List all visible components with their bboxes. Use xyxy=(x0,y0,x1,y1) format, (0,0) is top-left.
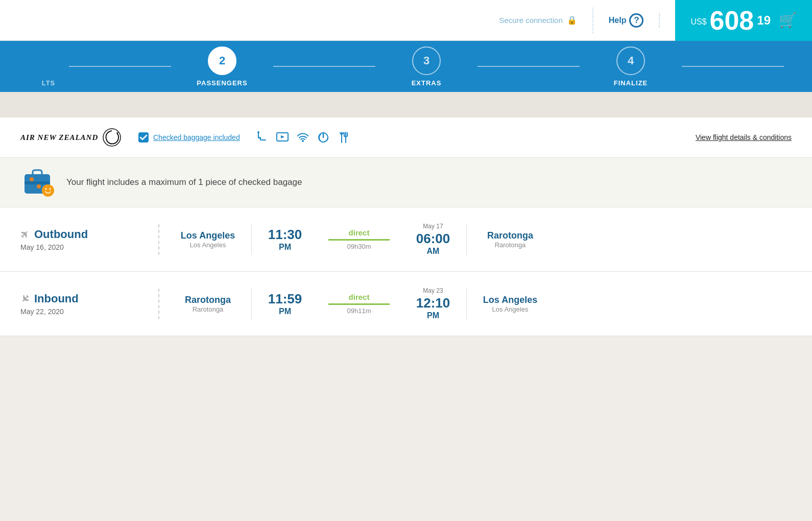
step-line-3 xyxy=(477,66,580,67)
inbound-arrive-time: 12:10 xyxy=(416,295,450,311)
step-3-label: EXTRAS xyxy=(412,79,442,87)
inbound-origin-city: Rarotonga xyxy=(175,295,241,305)
baggage-included[interactable]: Checked baggage included xyxy=(138,132,240,143)
baggage-banner: Your flight includes a maximum of 1 piec… xyxy=(0,158,812,207)
step-4-label: FINALIZE xyxy=(614,79,648,87)
outbound-direct-label: direct xyxy=(349,228,370,237)
step-line-2 xyxy=(273,66,375,67)
screen-icon xyxy=(276,131,289,144)
svg-point-16 xyxy=(42,184,54,197)
step-2-circle: 2 xyxy=(208,46,236,75)
outbound-origin: Los Angeles Los Angeles xyxy=(175,230,241,249)
svg-point-2 xyxy=(257,131,259,133)
sep-6 xyxy=(466,289,467,319)
outbound-arrive-time: 06:00 xyxy=(416,231,450,246)
top-bar: Secure connection 🔒 Help ? US$ 608 19 🛒 xyxy=(0,0,812,41)
anz-swirl-icon xyxy=(102,128,122,147)
outbound-arrive-ampm: AM xyxy=(410,247,456,256)
step-line-1 xyxy=(69,66,171,67)
price-cents: 19 xyxy=(757,13,771,28)
grey-spacer xyxy=(0,92,812,117)
view-details-link[interactable]: View flight details & conditions xyxy=(696,133,792,141)
outbound-duration: 09h30m xyxy=(347,243,371,250)
outbound-flight-row: ✈ Outbound May 16, 2020 Los Angeles Los … xyxy=(0,207,812,272)
inbound-destination: Los Angeles Los Angeles xyxy=(477,295,543,313)
inbound-label: Inbound xyxy=(34,292,79,305)
currency-label: US$ xyxy=(690,14,706,27)
sep-2 xyxy=(251,224,252,255)
amenities xyxy=(255,131,680,144)
outbound-middle: direct 09h30m xyxy=(318,228,400,250)
outbound-plane-icon: ✈ xyxy=(17,227,32,242)
step-2-label: PASSENGERS xyxy=(197,79,247,87)
step-3-circle: 3 xyxy=(412,46,441,75)
inbound-depart-ampm: PM xyxy=(262,307,308,316)
inbound-dest-sub: Los Angeles xyxy=(477,305,543,313)
inbound-origin-sub: Rarotonga xyxy=(175,305,241,313)
wifi-icon xyxy=(296,131,309,144)
inbound-origin: Rarotonga Rarotonga xyxy=(175,295,241,313)
inbound-duration: 09h11m xyxy=(347,307,371,315)
check-icon xyxy=(138,132,149,143)
sep-1 xyxy=(158,224,159,255)
inbound-direction: ✈ Inbound xyxy=(20,292,143,305)
step-2: 2 PASSENGERS xyxy=(171,46,273,87)
outbound-info: ✈ Outbound May 16, 2020 xyxy=(20,228,143,251)
airline-logo: AIR NEW ZEALAND xyxy=(20,128,123,147)
outbound-direction: ✈ Outbound xyxy=(20,228,143,241)
svg-point-18 xyxy=(50,188,51,190)
outbound-dest-sub: Rarotonga xyxy=(477,241,543,249)
sep-5 xyxy=(251,289,252,319)
outbound-depart-ampm: PM xyxy=(262,243,308,252)
svg-rect-13 xyxy=(25,181,50,184)
inbound-arrive-ampm: PM xyxy=(410,311,456,320)
outbound-dest-city: Rarotonga xyxy=(477,230,543,241)
outbound-arrive-date: May 17 xyxy=(410,223,456,230)
inbound-arrive: May 23 12:10 PM xyxy=(410,287,456,320)
baggage-icon-container xyxy=(20,167,56,198)
outbound-depart: 11:30 PM xyxy=(262,227,308,252)
inbound-middle: direct 09h11m xyxy=(318,293,400,315)
inbound-depart: 11:59 PM xyxy=(262,291,308,316)
inbound-date: May 22, 2020 xyxy=(20,307,143,316)
meal-icon xyxy=(337,131,350,144)
outbound-depart-time: 11:30 xyxy=(268,227,302,242)
help-icon: ? xyxy=(629,13,643,28)
sep-3 xyxy=(466,224,467,255)
inbound-direct-line xyxy=(328,303,390,305)
inbound-plane-icon: ✈ xyxy=(17,291,32,306)
svg-point-5 xyxy=(302,140,304,142)
inbound-flight-row: ✈ Inbound May 22, 2020 Rarotonga Raroton… xyxy=(0,272,812,336)
outbound-destination: Rarotonga Rarotonga xyxy=(477,230,543,249)
step-4: 4 FINALIZE xyxy=(580,46,682,87)
inbound-info: ✈ Inbound May 22, 2020 xyxy=(20,292,143,316)
cart-icon: 🛒 xyxy=(779,12,797,29)
step-line-4 xyxy=(682,66,784,67)
baggage-label: Checked baggage included xyxy=(153,133,240,141)
baggage-icon xyxy=(20,167,56,198)
outbound-direct-line xyxy=(328,239,390,241)
cart-section[interactable]: US$ 608 19 🛒 xyxy=(675,0,812,41)
sep-4 xyxy=(158,289,159,319)
seat-icon xyxy=(255,131,269,144)
inbound-direct-label: direct xyxy=(349,293,370,301)
inbound-dest-city: Los Angeles xyxy=(477,295,543,305)
lock-icon: 🔒 xyxy=(567,15,577,25)
step1-label: LTS xyxy=(42,79,56,87)
power-icon xyxy=(317,131,330,144)
outbound-date: May 16, 2020 xyxy=(20,243,143,251)
inbound-arrive-date: May 23 xyxy=(410,287,456,294)
secure-connection-label: Secure connection xyxy=(499,16,562,25)
outbound-origin-sub: Los Angeles xyxy=(175,241,241,249)
flights-container: ✈ Outbound May 16, 2020 Los Angeles Los … xyxy=(0,207,812,336)
airline-section: AIR NEW ZEALAND Checked baggage included xyxy=(0,117,812,158)
baggage-banner-text: Your flight includes a maximum of 1 piec… xyxy=(66,177,302,187)
secure-connection: Secure connection 🔒 xyxy=(499,15,577,25)
price-main: 608 xyxy=(710,7,754,34)
help-section[interactable]: Help ? xyxy=(609,13,660,28)
outbound-origin-city: Los Angeles xyxy=(175,230,241,241)
step-3: 3 EXTRAS xyxy=(375,46,477,87)
inbound-depart-time: 11:59 xyxy=(268,291,302,306)
stepper: LTS 2 PASSENGERS 3 EXTRAS 4 FINALIZE xyxy=(0,41,812,92)
svg-marker-4 xyxy=(281,135,284,138)
